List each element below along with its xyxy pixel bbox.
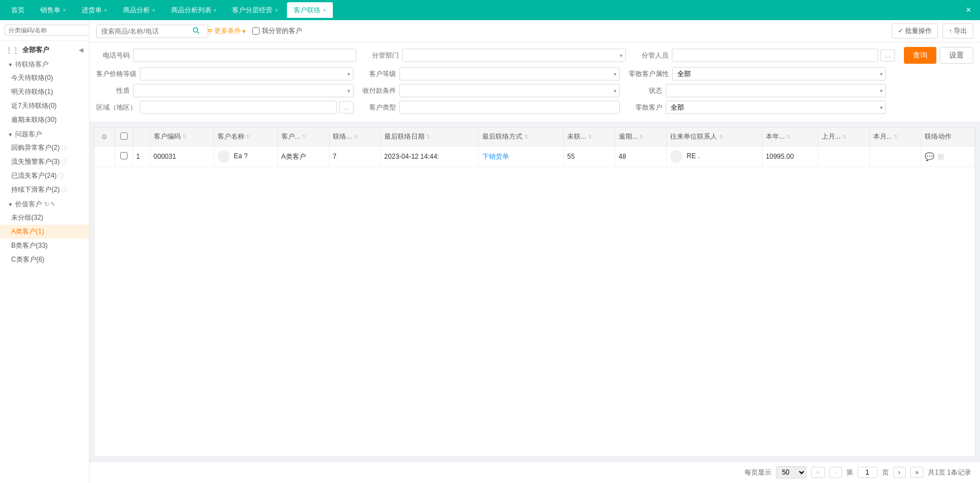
row-no-contact: 55 xyxy=(564,146,615,167)
filter-retail-attr-select[interactable]: 全部 xyxy=(672,67,886,80)
column-gear: ⚙ xyxy=(95,127,115,146)
sidebar-group-pending[interactable]: ▼ 待联络客户 xyxy=(0,57,89,71)
row-index: 1 xyxy=(133,146,150,167)
filter-retail-customer-select[interactable]: 全部 xyxy=(666,101,886,114)
col-last-type-sort[interactable]: ⇅ xyxy=(524,134,529,140)
sidebar-item-churn-warning[interactable]: 流失预警客户(3) ⓘ xyxy=(0,155,89,169)
col-this-year-sort[interactable]: ⇅ xyxy=(786,134,791,140)
nav-purchase-close[interactable]: × xyxy=(104,7,107,13)
nav-sales-close[interactable]: × xyxy=(63,7,66,13)
col-contact-count-sort[interactable]: ⇅ xyxy=(354,134,358,140)
group-pending-arrow: ▼ xyxy=(8,62,13,68)
reload-icon[interactable]: ↻ xyxy=(44,201,49,208)
my-customers-checkbox-label[interactable]: 我分管的客户 xyxy=(252,26,302,36)
filter-person-input[interactable] xyxy=(672,49,878,62)
select-all-checkbox[interactable] xyxy=(120,132,128,140)
col-last-date-sort[interactable]: ⇅ xyxy=(426,134,431,140)
col-no-contact-sort[interactable]: ⇅ xyxy=(588,134,592,140)
more-conditions-button[interactable]: 更多条件 ▾ xyxy=(206,26,246,36)
filter-price-level-select[interactable] xyxy=(140,67,354,80)
filter-phone: 电话号码 xyxy=(96,49,356,62)
search-input[interactable] xyxy=(96,25,208,38)
sidebar-search-input[interactable] xyxy=(4,25,89,36)
gear-icon[interactable]: ⚙ xyxy=(101,133,107,141)
close-all-button[interactable]: × xyxy=(962,5,976,15)
page-input[interactable] xyxy=(858,467,878,478)
filter-customer-type-input[interactable] xyxy=(399,101,620,114)
nav-product-analysis-close[interactable]: × xyxy=(152,7,156,13)
column-last-type: 最后联络方式 ⇅ xyxy=(479,127,564,146)
nav-product-list[interactable]: 商品分析列表 × xyxy=(164,2,224,18)
pagination-first[interactable]: « xyxy=(811,467,825,478)
filter-actions: ✓ 批量操作 ↑ 导出 xyxy=(892,23,973,39)
nav-purchase-label: 进货单 xyxy=(82,6,102,15)
per-page-select[interactable]: 50 100 200 xyxy=(776,466,807,479)
filter-payment-select[interactable] xyxy=(399,84,620,97)
col-level-sort[interactable]: ⇅ xyxy=(302,134,307,140)
sidebar-item-7days[interactable]: 近7天待联络(0) xyxy=(0,99,89,113)
row-action-message-icon[interactable]: 💬 xyxy=(925,152,934,161)
query-button[interactable]: 查询 xyxy=(904,47,936,64)
sidebar-group-value[interactable]: ▼ 价值客户 ↻ ✎ xyxy=(0,197,89,211)
filter-dept-select[interactable] xyxy=(402,49,625,62)
col-name-sort[interactable]: ⇅ xyxy=(246,134,251,140)
nav-customer-segment[interactable]: 客户分层经营 × xyxy=(225,2,285,18)
filter-person-dots[interactable]: … xyxy=(880,49,895,61)
nav-customer-contact[interactable]: 客户联络 × xyxy=(287,2,333,18)
col-contact-person-sort[interactable]: ⇅ xyxy=(719,134,724,140)
nav-sales[interactable]: 销售单 × xyxy=(34,2,73,18)
col-this-month-sort[interactable]: ⇅ xyxy=(894,134,898,140)
sidebar-item-churned[interactable]: 已流失客户(24) ⓘ xyxy=(0,169,89,183)
sidebar-item-b-class[interactable]: B类客户(33) xyxy=(0,239,89,253)
group-value-label: 价值客户 xyxy=(15,200,42,209)
row-last-type-link[interactable]: 下销货单 xyxy=(482,153,509,160)
pagination-next[interactable]: › xyxy=(893,467,906,478)
setting-button[interactable]: 设置 xyxy=(940,47,973,64)
row-action-qr-icon[interactable]: ⊞ xyxy=(937,152,944,161)
sidebar-item-abnormal[interactable]: 回购异常客户(2) ⓘ xyxy=(0,141,89,155)
col-contact-count-label: 联络... xyxy=(333,132,352,140)
nav-purchase[interactable]: 进货单 × xyxy=(75,2,114,18)
sidebar-item-a-class[interactable]: A类客户(1) xyxy=(0,225,89,239)
filter-region-dots[interactable]: … xyxy=(339,101,354,113)
pagination-prev[interactable]: ‹ xyxy=(830,467,842,478)
sidebar-item-today[interactable]: 今天待联络(0) xyxy=(0,71,89,85)
batch-operation-button[interactable]: ✓ 批量操作 xyxy=(892,23,938,39)
nav-customer-segment-close[interactable]: × xyxy=(275,7,278,13)
my-customers-checkbox[interactable] xyxy=(252,27,260,35)
sidebar-all-customers[interactable]: ⋮⋮ 全部客户 ◀ xyxy=(0,41,89,57)
col-last-month-sort[interactable]: ⇅ xyxy=(842,134,847,140)
nav-product-list-close[interactable]: × xyxy=(214,7,217,13)
svg-point-2 xyxy=(194,27,198,32)
filter-nature: 性质 ▾ xyxy=(96,84,354,97)
sidebar-item-unclassified[interactable]: 未分组(32) xyxy=(0,211,89,225)
col-code-sort[interactable]: ⇅ xyxy=(182,134,187,140)
nav-product-analysis[interactable]: 商品分析 × xyxy=(116,2,162,18)
nav-sales-label: 销售单 xyxy=(40,6,60,15)
sidebar-item-overdue[interactable]: 逾期未联络(30) xyxy=(0,113,89,127)
col-overdue-sort[interactable]: ⇅ xyxy=(639,134,644,140)
search-button[interactable] xyxy=(192,27,200,36)
nav-home[interactable]: 首页 xyxy=(4,2,31,18)
pagination-last[interactable]: » xyxy=(910,467,924,478)
filter-phone-input[interactable] xyxy=(133,49,356,62)
filter-customer-level-select[interactable] xyxy=(399,67,620,80)
sidebar-collapse-icon[interactable]: ◀ xyxy=(79,47,83,53)
sidebar-item-tomorrow[interactable]: 明天待联络(1) xyxy=(0,85,89,99)
filter-status-select[interactable] xyxy=(666,84,886,97)
col-no-contact-label: 未联... xyxy=(567,132,586,140)
filter-region-input[interactable] xyxy=(140,101,337,114)
filter-nature-label: 性质 xyxy=(96,86,130,96)
sidebar-item-c-class[interactable]: C类客户(6) xyxy=(0,253,89,267)
row-checkbox[interactable] xyxy=(120,152,128,159)
sidebar-group-problem[interactable]: ▼ 问题客户 xyxy=(0,127,89,141)
nav-customer-contact-close[interactable]: × xyxy=(323,7,326,13)
sidebar-item-declining[interactable]: 持续下滑客户(2) ⓘ xyxy=(0,183,89,197)
info-icon-declining: ⓘ xyxy=(62,186,67,194)
row-actions: 💬 ⊞ xyxy=(921,146,974,167)
col-last-month-label: 上月... xyxy=(822,132,841,140)
edit-icon[interactable]: ✎ xyxy=(50,201,55,208)
export-button[interactable]: ↑ 导出 xyxy=(943,23,973,39)
filter-nature-select[interactable] xyxy=(133,84,354,97)
filter-row-3: 性质 ▾ 收付款条件 ▾ 状态 xyxy=(96,84,973,97)
